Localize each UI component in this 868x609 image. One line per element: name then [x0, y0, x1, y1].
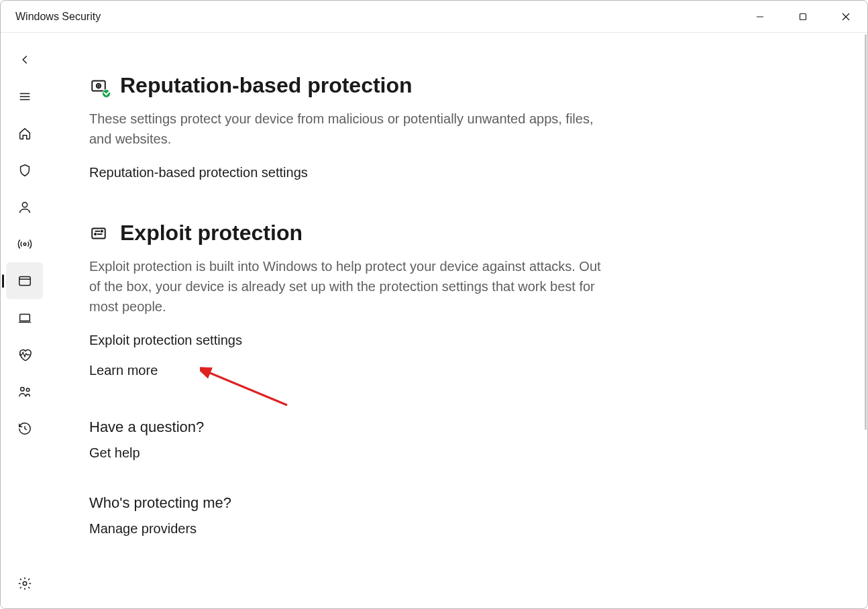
nav-protection-history[interactable]	[6, 410, 43, 447]
history-icon	[17, 421, 32, 436]
nav-settings[interactable]	[6, 565, 43, 602]
svg-point-22	[101, 230, 103, 231]
nav-back[interactable]	[6, 41, 43, 78]
maximize-button[interactable]	[781, 1, 824, 32]
hamburger-icon	[17, 89, 32, 104]
sidebar	[1, 33, 49, 608]
status-ok-badge	[102, 89, 111, 98]
exploit-title: Exploit protection	[120, 221, 303, 245]
laptop-icon	[17, 311, 32, 325]
nav-device-security[interactable]	[6, 299, 43, 336]
nav-account-protection[interactable]	[6, 188, 43, 225]
nav-menu[interactable]	[6, 78, 43, 115]
content-area: Reputation-based protection These settin…	[49, 33, 867, 608]
reputation-icon	[89, 76, 108, 95]
reputation-settings-link[interactable]: Reputation-based protection settings	[89, 165, 606, 180]
nav-family-options[interactable]	[6, 373, 43, 410]
exploit-learn-more-link[interactable]: Learn more	[89, 363, 606, 378]
gear-icon	[17, 576, 32, 591]
reputation-title: Reputation-based protection	[120, 73, 413, 98]
app-browser-icon	[17, 274, 32, 288]
get-help-link[interactable]: Get help	[89, 445, 606, 461]
family-icon	[17, 384, 32, 399]
question-title: Have a question?	[89, 419, 606, 436]
home-icon	[17, 126, 32, 141]
section-reputation: Reputation-based protection These settin…	[89, 73, 606, 180]
window-title: Windows Security	[15, 11, 101, 23]
svg-point-16	[23, 582, 27, 586]
nav-virus-threat[interactable]	[6, 152, 43, 188]
exploit-icon	[89, 224, 108, 243]
svg-point-24	[95, 233, 96, 235]
protecting-title: Who's protecting me?	[89, 494, 606, 512]
svg-point-14	[20, 387, 23, 391]
exploit-settings-link[interactable]: Exploit protection settings	[89, 333, 606, 348]
svg-rect-1	[800, 13, 806, 19]
nav-device-performance[interactable]	[6, 336, 43, 373]
shield-icon	[17, 163, 32, 178]
app-body: Reputation-based protection These settin…	[1, 33, 867, 608]
heart-pulse-icon	[17, 347, 32, 362]
reputation-description: These settings protect your device from …	[89, 109, 606, 149]
nav-home[interactable]	[6, 115, 43, 152]
section-protecting: Who's protecting me? Manage providers	[89, 494, 606, 537]
section-question: Have a question? Get help	[89, 419, 606, 461]
nav-firewall[interactable]	[6, 225, 43, 262]
window-controls	[739, 1, 867, 32]
svg-rect-12	[19, 314, 30, 321]
person-icon	[17, 200, 32, 215]
close-button[interactable]	[824, 1, 867, 32]
exploit-description: Exploit protection is built into Windows…	[89, 256, 606, 317]
svg-point-9	[23, 243, 26, 245]
nav-app-browser-control[interactable]	[6, 262, 43, 299]
antenna-icon	[17, 237, 32, 252]
scrollbar[interactable]	[865, 34, 867, 430]
svg-point-19	[98, 85, 99, 87]
section-exploit: Exploit protection Exploit protection is…	[89, 221, 606, 378]
back-arrow-icon	[17, 52, 32, 67]
svg-rect-10	[19, 276, 30, 285]
svg-point-15	[26, 388, 30, 391]
svg-point-8	[22, 202, 27, 207]
svg-rect-20	[92, 228, 105, 238]
minimize-button[interactable]	[739, 1, 781, 32]
titlebar: Windows Security	[1, 1, 867, 33]
manage-providers-link[interactable]: Manage providers	[89, 521, 606, 537]
